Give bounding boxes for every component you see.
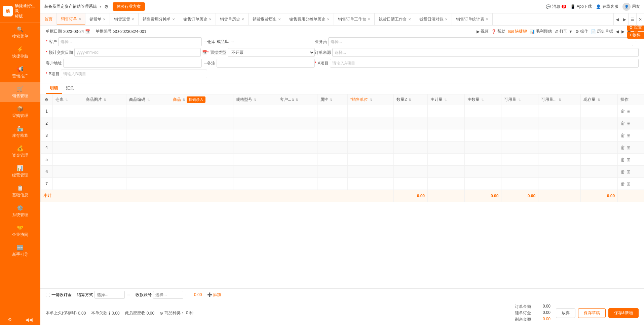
- shortcut-btn[interactable]: ⌨ 快捷键: [508, 29, 527, 34]
- col-available-qty[interactable]: 可用量 ⇅: [501, 94, 538, 105]
- row-4-main-qty[interactable]: [464, 141, 501, 154]
- delivery-date-input[interactable]: [74, 48, 201, 57]
- col-spec[interactable]: 规格型号 ⇅: [233, 94, 277, 105]
- row-1-available-qty[interactable]: [501, 105, 538, 117]
- row-2-qty2[interactable]: [394, 117, 428, 129]
- salesperson-dots[interactable]: ···: [635, 39, 639, 44]
- row-3-code[interactable]: [126, 129, 170, 141]
- a-project-input[interactable]: [330, 59, 639, 68]
- row-3-attribute[interactable]: [317, 129, 347, 141]
- next-nav-icon[interactable]: ▶: [621, 29, 624, 34]
- tab-fee-history[interactable]: 销售费用分摊单历史 ✕: [285, 13, 334, 25]
- row-6-sales-unit[interactable]: [347, 166, 393, 178]
- tab-order-workbench-close[interactable]: ✕: [368, 17, 370, 21]
- remark-input[interactable]: [217, 59, 315, 68]
- row-6-warehouse[interactable]: [53, 166, 83, 178]
- row-7-main-unit[interactable]: [427, 178, 464, 190]
- tab-cash-workbench[interactable]: 钱货日清工作台 ✕: [375, 13, 415, 25]
- col-qty2[interactable]: 数量2 ⇅: [394, 94, 428, 105]
- row-6-main-qty[interactable]: [464, 166, 501, 178]
- row-6-delete-btn[interactable]: 🗑: [620, 169, 625, 174]
- row-1-sales-unit[interactable]: [347, 105, 393, 117]
- address-input[interactable]: [63, 59, 202, 68]
- row-3-copy-btn[interactable]: ⊞: [627, 133, 631, 138]
- row-6-available-qty[interactable]: [501, 166, 538, 178]
- row-4-sales-unit[interactable]: [347, 141, 393, 154]
- history-btn[interactable]: 📄 历史单据: [591, 29, 613, 34]
- discard-btn[interactable]: 放弃: [556, 308, 575, 318]
- tab-sales-summary-close[interactable]: ✕: [486, 17, 488, 21]
- row-7-spec[interactable]: [233, 178, 277, 190]
- sidebar-item-basic[interactable]: 📋 基础信息: [0, 181, 40, 201]
- row-5-main-qty[interactable]: [464, 154, 501, 166]
- tab-return-history[interactable]: 销货退货历史 ✕: [249, 13, 285, 25]
- col-attribute[interactable]: 属性 ⇅: [317, 94, 347, 105]
- col-settings[interactable]: ⚙: [41, 94, 53, 105]
- nav-arrow-close[interactable]: ✕: [636, 13, 644, 25]
- row-4-main-unit[interactable]: [427, 141, 464, 154]
- row-7-code[interactable]: [126, 178, 170, 190]
- row-4-product[interactable]: [170, 141, 233, 154]
- row-3-sales-unit[interactable]: [347, 129, 393, 141]
- bank-account-dots[interactable]: ···: [185, 292, 189, 297]
- row-1-current-stock[interactable]: [581, 105, 618, 117]
- tab-return-history-close[interactable]: ✕: [278, 17, 281, 21]
- online-service-item[interactable]: 👤 在线客服: [596, 4, 618, 9]
- col-available-more[interactable]: 可用量... ⇅: [538, 94, 581, 105]
- tab-order-workbench[interactable]: 销售订单工作台 ✕: [334, 13, 375, 25]
- row-2-attribute[interactable]: [317, 117, 347, 129]
- row-5-available-more[interactable]: [538, 154, 581, 166]
- row-5-product[interactable]: [170, 154, 233, 166]
- row-1-attribute[interactable]: [317, 105, 347, 117]
- tab-cash-workbench-close[interactable]: ✕: [408, 17, 411, 21]
- col-product-image[interactable]: 商品图片 ⇅: [83, 94, 126, 105]
- row-2-available-more[interactable]: [538, 117, 581, 129]
- salesperson-input[interactable]: [328, 37, 633, 46]
- row-4-warehouse[interactable]: [53, 141, 83, 154]
- row-1-copy-btn[interactable]: ⊞: [627, 109, 631, 114]
- col-product-name[interactable]: 商品 ⇅ 扫码录入: [170, 94, 233, 105]
- setup-btn[interactable]: ⚙ 设置: [627, 26, 644, 31]
- row-6-code[interactable]: [126, 166, 170, 178]
- tab-sales-credit[interactable]: 销货单 ✕: [85, 13, 110, 25]
- warehouse-dots[interactable]: ···: [231, 39, 234, 44]
- row-3-delete-btn[interactable]: 🗑: [620, 133, 625, 138]
- row-5-code[interactable]: [126, 154, 170, 166]
- row-5-main-unit[interactable]: [427, 154, 464, 166]
- row-1-code[interactable]: [126, 105, 170, 117]
- row-3-product[interactable]: [170, 129, 233, 141]
- sidebar-item-purchase[interactable]: 📦 采购管理: [0, 102, 40, 122]
- row-1-customer-code[interactable]: [277, 105, 317, 117]
- col-sales-unit[interactable]: *销售单位 ⇅: [347, 94, 393, 105]
- nav-arrow-right[interactable]: ▶: [621, 13, 628, 25]
- collapse-icon[interactable]: ◀◀: [25, 317, 33, 322]
- sidebar-item-search[interactable]: 🔍 搜索菜单: [0, 23, 40, 43]
- tab-sales-credit-close[interactable]: ✕: [103, 17, 106, 21]
- row-2-code[interactable]: [126, 117, 170, 129]
- row-2-main-unit[interactable]: [427, 117, 464, 129]
- sidebar-item-operations[interactable]: 📊 经营管理: [0, 162, 40, 181]
- payment-method-dots[interactable]: ···: [127, 292, 130, 297]
- nav-arrow-menu[interactable]: ☰: [628, 13, 636, 25]
- delivery-calendar-icon[interactable]: 📅: [202, 50, 207, 55]
- row-1-available-more[interactable]: [538, 105, 581, 117]
- tab-order-history-close[interactable]: ✕: [209, 17, 212, 21]
- row-3-main-unit[interactable]: [427, 129, 464, 141]
- quick-order-check[interactable]: [46, 293, 50, 297]
- row-4-available-more[interactable]: [538, 141, 581, 154]
- row-6-product[interactable]: [170, 166, 233, 178]
- row-4-qty2[interactable]: [394, 141, 428, 154]
- sidebar-item-enterprise[interactable]: 🤝 企业协同: [0, 221, 40, 241]
- tab-detail[interactable]: 明细: [46, 83, 62, 94]
- solution-btn[interactable]: 体验行业方案: [113, 2, 145, 11]
- tab-sales-order-close[interactable]: ✕: [78, 17, 81, 21]
- payment-method-input[interactable]: [94, 291, 125, 299]
- row-4-spec[interactable]: [233, 141, 277, 154]
- profit-btn[interactable]: 📊 毛利预估: [530, 29, 552, 34]
- row-2-main-qty[interactable]: [464, 117, 501, 129]
- row-4-delete-btn[interactable]: 🗑: [620, 145, 625, 150]
- row-7-delete-btn[interactable]: 🗑: [620, 181, 625, 187]
- row-6-current-stock[interactable]: [581, 166, 618, 178]
- calendar-icon[interactable]: 📅: [85, 29, 90, 34]
- print-btn[interactable]: 🖨 打印 ▼: [555, 29, 573, 34]
